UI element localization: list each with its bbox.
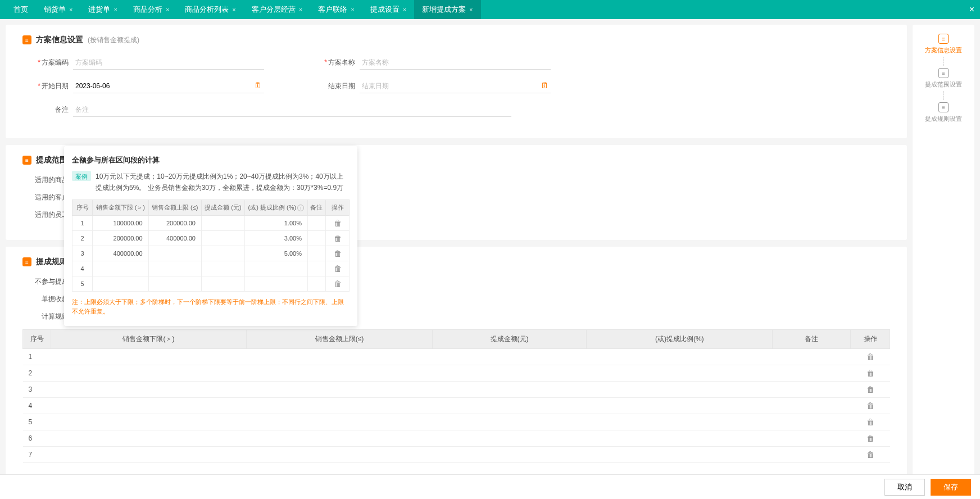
panel-info: ≡ 方案信息设置 (按销售金额提成) *方案编码 *方案名称 *开始日期 bbox=[6, 25, 907, 138]
table-row[interactable]: 1🗑 bbox=[23, 349, 890, 365]
input-code[interactable] bbox=[73, 55, 264, 70]
delete-icon[interactable]: 🗑 bbox=[866, 418, 874, 427]
delete-icon[interactable]: 🗑 bbox=[866, 369, 874, 378]
input-end-date[interactable] bbox=[360, 79, 551, 93]
label-name: 方案名称 bbox=[328, 58, 355, 66]
label-start-date: 开始日期 bbox=[42, 82, 69, 90]
col-header: 销售金额下限(＞) bbox=[51, 330, 247, 349]
section-title: 方案信息设置 bbox=[36, 35, 83, 45]
tab-1[interactable]: 销货单× bbox=[36, 0, 80, 19]
delete-icon[interactable]: 🗑 bbox=[334, 264, 342, 273]
col-header: 提成金额 (元) bbox=[201, 199, 244, 215]
anchor-icon: ≡ bbox=[938, 34, 949, 44]
tab-close-icon[interactable]: × bbox=[351, 0, 354, 19]
tab-5[interactable]: 客户分层经营× bbox=[244, 0, 310, 19]
anchor-sidebar: ≡方案信息设置≡提成范围设置≡提成规则设置 bbox=[913, 25, 974, 482]
col-header: 序号 bbox=[72, 199, 93, 215]
tab-4[interactable]: 商品分析列表× bbox=[177, 0, 243, 19]
table-row[interactable]: 2🗑 bbox=[23, 365, 890, 382]
cancel-button[interactable]: 取消 bbox=[884, 479, 925, 488]
table-row: 2200000.00400000.003.00%🗑 bbox=[72, 230, 350, 246]
delete-icon[interactable]: 🗑 bbox=[334, 219, 342, 228]
col-header: 操作 bbox=[326, 199, 350, 215]
table-row: 5🗑 bbox=[72, 276, 350, 291]
tab-close-icon[interactable]: × bbox=[232, 0, 235, 19]
delete-icon[interactable]: 🗑 bbox=[334, 279, 342, 288]
col-header: 销售金额上限 (≤) bbox=[148, 199, 201, 215]
table-row[interactable]: 5🗑 bbox=[23, 414, 890, 430]
delete-icon[interactable]: 🗑 bbox=[866, 401, 874, 410]
tab-3[interactable]: 商品分析× bbox=[125, 0, 177, 19]
label-code: 方案编码 bbox=[42, 58, 69, 66]
table-row[interactable]: 6🗑 bbox=[23, 430, 890, 447]
tab-close-icon[interactable]: × bbox=[166, 0, 169, 19]
col-header: 销售金额上限(≤) bbox=[246, 330, 432, 349]
tab-7[interactable]: 提成设置× bbox=[362, 0, 414, 19]
popover-title: 全额参与所在区间段的计算 bbox=[72, 155, 350, 165]
commission-table: 序号销售金额下限(＞)销售金额上限(≤)提成金额(元)(或)提成比例(%)备注操… bbox=[22, 329, 890, 463]
delete-icon[interactable]: 🗑 bbox=[866, 352, 874, 361]
col-header: 提成金额(元) bbox=[433, 330, 587, 349]
section-subtitle: (按销售金额提成) bbox=[88, 35, 139, 45]
input-start-date[interactable] bbox=[73, 79, 264, 93]
section-icon: ≡ bbox=[22, 35, 31, 44]
label-end-date: 结束日期 bbox=[328, 82, 355, 90]
table-row: 4🗑 bbox=[72, 261, 350, 276]
table-row[interactable]: 3🗑 bbox=[23, 382, 890, 398]
tab-close-icon[interactable]: × bbox=[299, 0, 302, 19]
popover-note: 注：上限必须大于下限；多个阶梯时，下一个阶梯下限要等于前一阶梯上限；不同行之间下… bbox=[72, 297, 350, 317]
tab-bar: 首页销货单×进货单×商品分析×商品分析列表×客户分层经营×客户联络×提成设置×新… bbox=[0, 0, 980, 19]
input-remark[interactable] bbox=[73, 102, 511, 117]
table-row: 1100000.00200000.001.00%🗑 bbox=[72, 215, 350, 230]
table-row[interactable]: 7🗑 bbox=[23, 447, 890, 463]
example-popover: 全额参与所在区间段的计算 案例 10万元以下无提成；10~20万元提成比例为1%… bbox=[64, 146, 357, 326]
table-row[interactable]: 4🗑 bbox=[23, 398, 890, 414]
anchor-icon: ≡ bbox=[938, 68, 949, 78]
example-table: 序号销售金额下限 (＞)销售金额上限 (≤)提成金额 (元)(或) 提成比例 (… bbox=[72, 199, 350, 292]
col-header: 序号 bbox=[23, 330, 51, 349]
section-icon: ≡ bbox=[22, 156, 31, 165]
example-tag: 案例 bbox=[72, 171, 91, 181]
col-header: (或) 提成比例 (%)i bbox=[244, 199, 307, 215]
tab-close-icon[interactable]: × bbox=[403, 0, 406, 19]
delete-icon[interactable]: 🗑 bbox=[334, 234, 342, 243]
col-header: 备注 bbox=[307, 199, 325, 215]
tab-close-icon[interactable]: × bbox=[69, 0, 72, 19]
tab-0[interactable]: 首页 bbox=[6, 0, 36, 19]
col-header: 操作 bbox=[851, 330, 890, 349]
col-header: 备注 bbox=[773, 330, 851, 349]
tab-close-icon[interactable]: × bbox=[114, 0, 117, 19]
anchor-0[interactable]: ≡方案信息设置 bbox=[925, 34, 962, 55]
example-text: 10万元以下无提成；10~20万元提成比例为1%；20~40万提成比例为3%；4… bbox=[96, 171, 350, 194]
close-icon[interactable]: × bbox=[969, 4, 974, 15]
info-icon[interactable]: i bbox=[297, 205, 304, 211]
table-row: 3400000.005.00%🗑 bbox=[72, 246, 350, 261]
section-icon: ≡ bbox=[22, 257, 31, 266]
delete-icon[interactable]: 🗑 bbox=[866, 450, 874, 459]
anchor-2[interactable]: ≡提成规则设置 bbox=[925, 102, 962, 123]
delete-icon[interactable]: 🗑 bbox=[866, 385, 874, 394]
delete-icon[interactable]: 🗑 bbox=[334, 249, 342, 258]
label-remark: 备注 bbox=[55, 106, 69, 114]
col-header: (或)提成比例(%) bbox=[587, 330, 773, 349]
footer-bar: 取消 保存 bbox=[0, 474, 980, 488]
delete-icon[interactable]: 🗑 bbox=[866, 434, 874, 443]
tab-2[interactable]: 进货单× bbox=[80, 0, 125, 19]
anchor-icon: ≡ bbox=[938, 102, 949, 112]
anchor-1[interactable]: ≡提成范围设置 bbox=[925, 68, 962, 89]
tab-close-icon[interactable]: × bbox=[469, 0, 473, 19]
save-button[interactable]: 保存 bbox=[931, 479, 971, 488]
tab-8[interactable]: 新增提成方案× bbox=[414, 0, 480, 19]
tab-6[interactable]: 客户联络× bbox=[310, 0, 362, 19]
col-header: 销售金额下限 (＞) bbox=[93, 199, 149, 215]
input-name[interactable] bbox=[360, 55, 551, 70]
